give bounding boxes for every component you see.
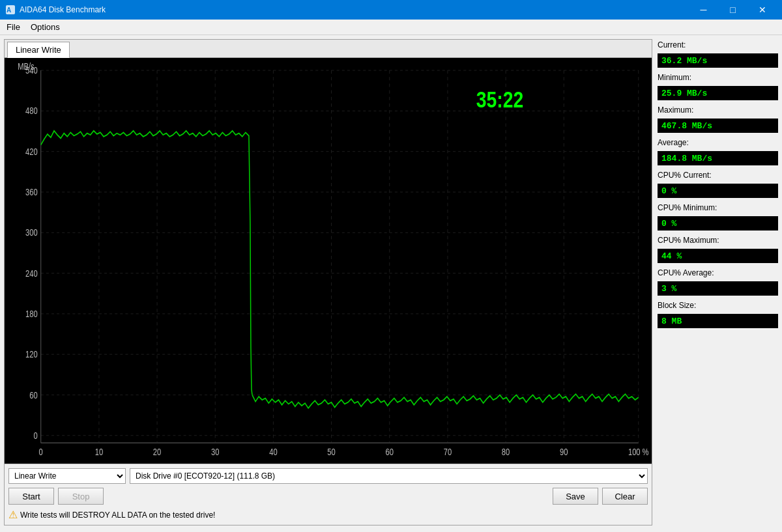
warning-icon: ⚠ — [8, 509, 18, 521]
svg-text:0: 0 — [33, 431, 37, 441]
stat-cpu-average-label: CPU% Average: — [658, 268, 778, 277]
stat-maximum-label: Maximum: — [658, 105, 778, 115]
app-icon: A — [5, 5, 16, 15]
title-bar: A AIDA64 Disk Benchmark ─ □ ✕ — [0, 0, 782, 20]
window-controls: ─ □ ✕ — [689, 0, 777, 20]
left-panel: Linear Write — [4, 39, 652, 525]
svg-text:60: 60 — [386, 447, 394, 457]
svg-text:10: 10 — [95, 447, 103, 457]
stat-current-label: Current: — [658, 40, 778, 49]
svg-text:240: 240 — [25, 268, 38, 278]
stat-cpu-maximum-label: CPU% Maximum: — [658, 236, 778, 245]
warning-text: Write tests will DESTROY ALL DATA on the… — [20, 511, 215, 520]
stat-minimum-value: 25.9 MB/s — [658, 86, 778, 100]
benchmark-select[interactable]: Linear Write Linear Read Random Read Ran… — [8, 468, 126, 484]
svg-text:80: 80 — [502, 447, 510, 457]
svg-text:40: 40 — [269, 447, 277, 457]
minimize-button[interactable]: ─ — [689, 0, 718, 20]
svg-text:420: 420 — [25, 147, 38, 157]
menu-bar: File Options — [0, 20, 782, 35]
svg-text:MB/s: MB/s — [18, 62, 34, 72]
controls-row2: Start Stop Save Clear — [8, 488, 648, 505]
svg-text:A: A — [7, 7, 11, 14]
save-button[interactable]: Save — [553, 488, 598, 505]
svg-text:70: 70 — [444, 447, 452, 457]
menu-file[interactable]: File — [3, 21, 24, 33]
svg-text:30: 30 — [211, 447, 219, 457]
bottom-controls: Linear Write Linear Read Random Read Ran… — [5, 464, 652, 525]
svg-text:180: 180 — [25, 309, 38, 319]
svg-text:35:22: 35:22 — [476, 87, 524, 113]
close-button[interactable]: ✕ — [747, 0, 777, 20]
svg-text:50: 50 — [327, 447, 335, 457]
svg-text:90: 90 — [560, 447, 568, 457]
warning-row: ⚠ Write tests will DESTROY ALL DATA on t… — [8, 509, 648, 521]
stat-block-size-label: Block Size: — [658, 301, 778, 310]
stat-block-size-value: 8 MB — [658, 314, 778, 328]
stat-cpu-average-value: 3 % — [658, 281, 778, 296]
maximize-button[interactable]: □ — [718, 0, 747, 20]
stop-button[interactable]: Stop — [58, 488, 104, 505]
menu-options[interactable]: Options — [27, 21, 64, 33]
stat-cpu-current-label: CPU% Current: — [658, 171, 778, 180]
stat-average-value: 184.8 MB/s — [658, 151, 778, 165]
svg-text:20: 20 — [153, 447, 161, 457]
svg-text:300: 300 — [25, 228, 38, 238]
svg-text:60: 60 — [29, 390, 37, 400]
stat-cpu-maximum-value: 44 % — [658, 249, 778, 263]
stat-current-value: 36.2 MB/s — [658, 53, 778, 68]
stat-cpu-minimum-value: 0 % — [658, 216, 778, 231]
right-panel: Current: 36.2 MB/s Minimum: 25.9 MB/s Ma… — [658, 39, 778, 525]
tab-bar: Linear Write — [5, 40, 652, 58]
svg-text:120: 120 — [25, 350, 38, 359]
drive-select[interactable]: Disk Drive #0 [ECOT920-12] (111.8 GB) — [130, 468, 648, 484]
controls-row1: Linear Write Linear Read Random Read Ran… — [8, 468, 648, 484]
window-title: AIDA64 Disk Benchmark — [20, 5, 689, 14]
stat-minimum-label: Minimum: — [658, 73, 778, 82]
svg-text:360: 360 — [25, 188, 38, 197]
start-button[interactable]: Start — [8, 488, 54, 505]
chart-container: 540 480 420 360 300 240 180 120 60 0 MB/… — [5, 58, 652, 464]
svg-rect-2 — [5, 58, 652, 464]
stat-average-label: Average: — [658, 138, 778, 147]
svg-text:100 %: 100 % — [628, 447, 649, 457]
tab-linear-write[interactable]: Linear Write — [7, 42, 70, 58]
stat-cpu-minimum-label: CPU% Minimum: — [658, 203, 778, 212]
clear-button[interactable]: Clear — [602, 488, 648, 505]
stat-maximum-value: 467.8 MB/s — [658, 119, 778, 133]
main-container: Linear Write — [0, 35, 782, 529]
svg-text:480: 480 — [25, 106, 38, 116]
chart-svg: 540 480 420 360 300 240 180 120 60 0 MB/… — [5, 58, 652, 464]
stat-cpu-current-value: 0 % — [658, 184, 778, 198]
svg-text:0: 0 — [39, 447, 43, 457]
